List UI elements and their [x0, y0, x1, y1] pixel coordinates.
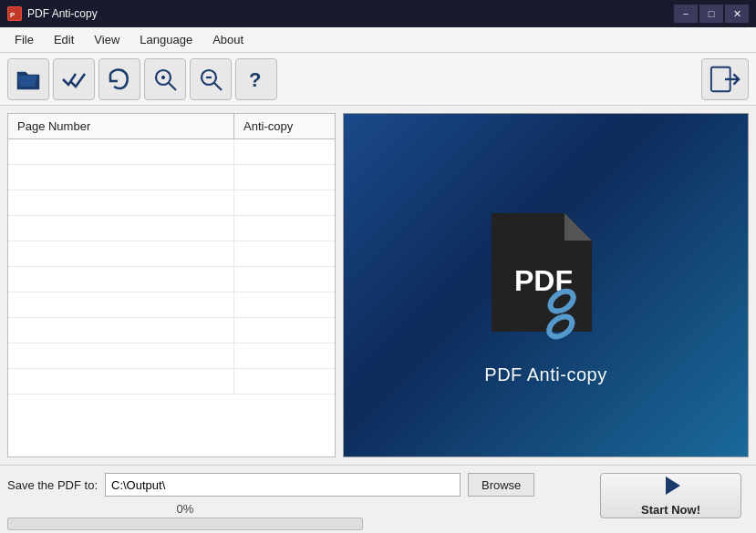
maximize-button[interactable]: □: [699, 5, 723, 23]
toolbar: ?: [0, 53, 756, 106]
table-row[interactable]: [8, 292, 335, 318]
logo-panel: PDF PDF Anti-copy: [343, 113, 749, 457]
menu-edit[interactable]: Edit: [45, 30, 83, 49]
minimize-button[interactable]: −: [674, 5, 698, 23]
menu-language[interactable]: Language: [130, 30, 202, 49]
menu-view[interactable]: View: [85, 30, 129, 49]
menu-about[interactable]: About: [203, 30, 253, 49]
browse-button[interactable]: Browse: [468, 473, 534, 497]
check-all-button[interactable]: [53, 58, 95, 100]
start-now-button[interactable]: Start Now!: [600, 473, 741, 518]
zoom-in-button[interactable]: [144, 58, 186, 100]
svg-line-5: [169, 83, 176, 90]
table-header: Page Number Anti-copy: [8, 114, 335, 139]
undo-button[interactable]: [98, 58, 140, 100]
table-row[interactable]: [8, 318, 335, 343]
table-row[interactable]: [8, 267, 335, 292]
table-row[interactable]: [8, 165, 335, 190]
col-page-number: Page Number: [8, 114, 234, 138]
table-body: [8, 139, 335, 395]
main-content: Page Number Anti-copy: [0, 106, 756, 465]
zoom-out-button[interactable]: [190, 58, 232, 100]
pdf-logo-svg: PDF: [473, 186, 619, 350]
progress-label: 0%: [7, 502, 363, 516]
pages-table: Page Number Anti-copy: [7, 113, 336, 457]
svg-text:?: ?: [249, 68, 261, 91]
menu-bar: File Edit View Language About: [0, 27, 756, 53]
title-bar: P PDF Anti-copy − □ ✕: [0, 0, 756, 27]
open-folder-button[interactable]: [7, 58, 49, 100]
exit-button[interactable]: [701, 58, 749, 100]
save-path-input[interactable]: [105, 473, 461, 497]
pdf-icon-container: PDF: [473, 186, 619, 350]
progress-bar: [7, 518, 363, 530]
app-name-label: PDF Anti-copy: [484, 364, 606, 385]
col-anti-copy: Anti-copy: [234, 114, 335, 138]
app-title: PDF Anti-copy: [27, 7, 98, 20]
start-label: Start Now!: [641, 503, 700, 517]
table-row[interactable]: [8, 241, 335, 267]
table-row[interactable]: [8, 216, 335, 241]
table-row[interactable]: [8, 369, 335, 395]
menu-file[interactable]: File: [5, 30, 43, 49]
svg-marker-15: [666, 477, 680, 495]
svg-text:P: P: [10, 11, 16, 19]
table-row[interactable]: [8, 190, 335, 216]
table-row[interactable]: [8, 343, 335, 369]
bottom-section: Save the PDF to: Browse 0% Start Now!: [0, 465, 756, 533]
window-controls[interactable]: − □ ✕: [674, 5, 749, 23]
app-icon: P: [7, 6, 22, 21]
help-button[interactable]: ?: [235, 58, 277, 100]
save-label: Save the PDF to:: [7, 478, 98, 492]
svg-line-8: [214, 83, 222, 90]
table-row[interactable]: [8, 139, 335, 165]
title-bar-left: P PDF Anti-copy: [7, 6, 98, 21]
start-icon: [660, 475, 682, 501]
close-button[interactable]: ✕: [725, 5, 749, 23]
